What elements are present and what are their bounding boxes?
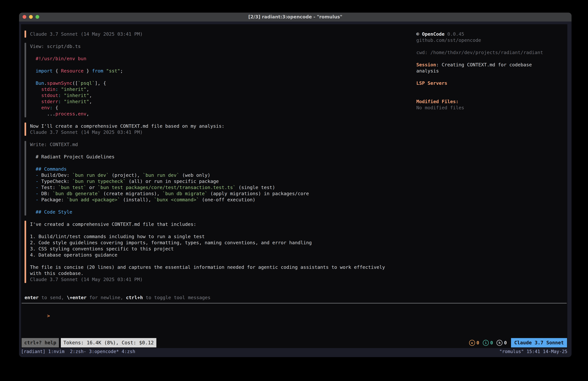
text-token: Claude 3.7 Sonnet (14 May 2025 03:41 PM) — [30, 31, 143, 37]
terminal-line: 2. Code style guidelines covering import… — [30, 240, 385, 246]
text-token: Session — [416, 62, 436, 67]
prompt-input[interactable]: > — [24, 307, 50, 313]
text-token: - — [36, 185, 38, 190]
text-token: ... — [30, 111, 55, 116]
hint-icon: h — [497, 340, 503, 346]
text-token: TypeCheck: — [38, 179, 72, 184]
sidebar-line: analysis — [416, 68, 439, 74]
text-token: , — [86, 111, 89, 116]
text-token — [30, 185, 36, 190]
sidebar-line: github.com/sst/opencode — [416, 37, 481, 43]
terminal-line — [30, 203, 309, 209]
terminal-line: ## Commands — [30, 166, 309, 172]
text-token: : — [50, 105, 52, 111]
terminal-line: Claude 3.7 Sonnet (14 May 2025 03:41 PM) — [30, 276, 385, 283]
terminal-line: ...process.env, — [30, 111, 123, 117]
tmux-window[interactable]: 1:nvim — [48, 349, 64, 354]
terminal-line: The file is concise (20 lines) and captu… — [30, 264, 385, 270]
text-token: - — [36, 172, 38, 178]
text-token: spawnSync — [47, 80, 72, 86]
text-token: . — [75, 111, 78, 116]
text-token: Write: CONTEXT.md — [30, 142, 78, 147]
desktop: [2/3] radiant:3:opencode - "romulus" Cla… — [0, 0, 588, 381]
text-token: (all) or run in specific package — [126, 179, 219, 184]
help-shortcut-badge: ctrl+? help — [22, 338, 59, 347]
terminal-line: with this codebase. — [30, 270, 385, 276]
text-token — [30, 197, 36, 202]
text-token — [30, 80, 36, 86]
text-token — [58, 87, 61, 92]
info-icon: i — [483, 340, 489, 346]
window-titlebar[interactable]: [2/3] radiant:3:opencode - "romulus" — [19, 13, 571, 22]
zoom-button[interactable] — [36, 15, 39, 19]
text-token — [103, 68, 106, 74]
status-bar-right: w0i0h0 Claude 3.7 Sonnet — [469, 338, 567, 347]
text-token: with this codebase. — [30, 270, 84, 276]
terminal-line: stdin: "inherit", — [30, 86, 123, 92]
text-token: env — [41, 105, 50, 111]
terminal-line: I've created a comprehensive CONTEXT.md … — [30, 221, 385, 227]
text-token: Bun — [36, 80, 44, 86]
text-token — [30, 99, 41, 104]
block-lines: Claude 3.7 Sonnet (14 May 2025 03:41 PM) — [30, 31, 143, 37]
text-token: Build/Dev: — [38, 172, 72, 178]
terminal-line: stdout: "inherit", — [30, 92, 123, 98]
text-token: `bun db migrate` — [163, 191, 208, 196]
text-token: github.com/sst/opencode — [416, 37, 481, 43]
text-token — [61, 93, 64, 98]
diagnostic-count: 0 — [477, 340, 479, 345]
tmux-window[interactable]: 2:zsh- — [70, 349, 86, 354]
block-accent-bar — [24, 141, 26, 216]
terminal-window: [2/3] radiant:3:opencode - "romulus" Cla… — [19, 13, 571, 357]
text-token: ([ — [72, 80, 78, 86]
tmux-window[interactable]: 4:zsh — [122, 349, 135, 354]
terminal-line: #!/usr/bin/env bun — [30, 56, 123, 62]
text-token: # Radiant Project Guidelines — [30, 154, 115, 159]
tmux-session-name: [radiant] — [21, 348, 45, 355]
tmux-host-time: "romulus" 15:41 14-May-25 — [499, 348, 567, 355]
close-button[interactable] — [22, 15, 26, 19]
text-token: for newline, — [86, 295, 126, 300]
text-token: `bun run dev` — [143, 172, 179, 178]
text-token: `bun db generate` — [53, 191, 101, 196]
text-token: - — [36, 191, 38, 196]
status-bar: ctrl+? help Tokens: 16.4K (8%), Cost: $0… — [22, 338, 567, 347]
text-token: (web only) — [179, 172, 210, 178]
text-token: 2. Code style guidelines covering import… — [30, 240, 312, 246]
minimize-button[interactable] — [29, 15, 33, 19]
tmux-window[interactable]: 3:opencode* — [89, 349, 119, 354]
tmux-status-bar: [radiant] 1:nvim 2:zsh- 3:opencode* 4:zs… — [21, 348, 567, 355]
text-token: `bun add <package>` — [67, 197, 120, 202]
text-token: enter — [24, 295, 39, 300]
text-token: Package: — [38, 197, 67, 202]
sidebar-line: Session: Creating CONTEXT.md for codebas… — [416, 62, 532, 68]
block-accent-bar — [24, 221, 26, 283]
text-token: © OpenCode — [416, 31, 444, 37]
text-token: Now I'll create a comprehensive CONTEXT.… — [30, 123, 225, 129]
text-token — [30, 191, 36, 196]
terminal-line: ## Code Style — [30, 209, 309, 215]
traffic-lights — [22, 15, 39, 19]
text-token: - — [36, 197, 38, 202]
tmux-window-list: 1:nvim 2:zsh- 3:opencode* 4:zsh — [45, 348, 135, 355]
text-token: Resource — [61, 68, 84, 74]
terminal-line: 3. CSS styling conventions specific to t… — [30, 246, 385, 252]
sidebar-line: LSP Servers — [416, 80, 447, 86]
text-token: stdin — [41, 87, 55, 92]
text-token: I've created a comprehensive CONTEXT.md … — [30, 222, 196, 227]
text-token: , — [86, 87, 89, 92]
text-token: ## Code Style — [30, 209, 72, 215]
text-token: (project), — [109, 172, 143, 178]
text-token: Modified Files: — [416, 99, 459, 104]
terminal-line: Claude 3.7 Sonnet (14 May 2025 03:41 PM) — [30, 129, 225, 135]
text-token: "inherit" — [64, 93, 89, 98]
text-token: (apply migrations) in packages/core — [208, 191, 309, 196]
text-token: { — [53, 105, 58, 111]
diagnostic-count: 0 — [504, 340, 507, 345]
info-diagnostic: i0 — [483, 340, 493, 346]
block-lines: Write: CONTEXT.md # Radiant Project Guid… — [30, 141, 309, 215]
text-token: "inherit" — [61, 87, 86, 92]
text-token: DB: — [38, 191, 52, 196]
terminal-line: 4. Database operations guidance — [30, 252, 385, 258]
text-token: } — [84, 68, 92, 74]
